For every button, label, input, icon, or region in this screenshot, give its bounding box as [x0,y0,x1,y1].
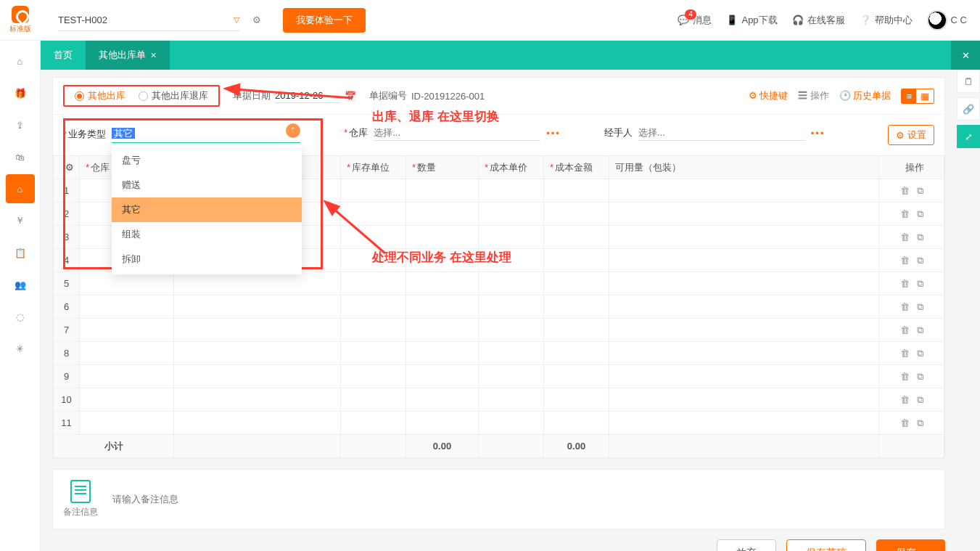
logo-icon [12,6,29,23]
try-button[interactable]: 我要体验一下 [283,8,366,33]
chevron-down-icon: ▽ [234,15,239,25]
avatar [927,10,947,30]
phone-icon: 📱 [726,15,738,26]
app-download-label: App下载 [741,14,777,27]
help-center-button[interactable]: ❔ 帮助中心 [860,14,913,27]
app-download-button[interactable]: 📱 App下载 [726,14,777,27]
online-service-button[interactable]: 🎧 在线客服 [792,14,845,27]
user-menu[interactable]: C C [927,10,967,30]
username: C C [951,15,967,25]
logo: 标准版 [6,6,35,34]
topbar: 标准版 TEST-H002 ▽ ⚙ 我要体验一下 💬 消息 4 📱 App下载 … [0,0,980,41]
help-icon: ❔ [860,15,871,26]
help-center-label: 帮助中心 [875,14,913,27]
online-service-label: 在线客服 [807,14,845,27]
messages-button[interactable]: 💬 消息 4 [678,14,712,27]
headset-icon: 🎧 [792,15,804,26]
messages-badge: 4 [685,9,696,20]
tenant-name: TEST-H002 [58,15,107,25]
tenant-select[interactable]: TEST-H002 ▽ [58,9,239,31]
gear-icon[interactable]: ⚙ [251,15,263,26]
edition-label: 标准版 [9,24,31,34]
